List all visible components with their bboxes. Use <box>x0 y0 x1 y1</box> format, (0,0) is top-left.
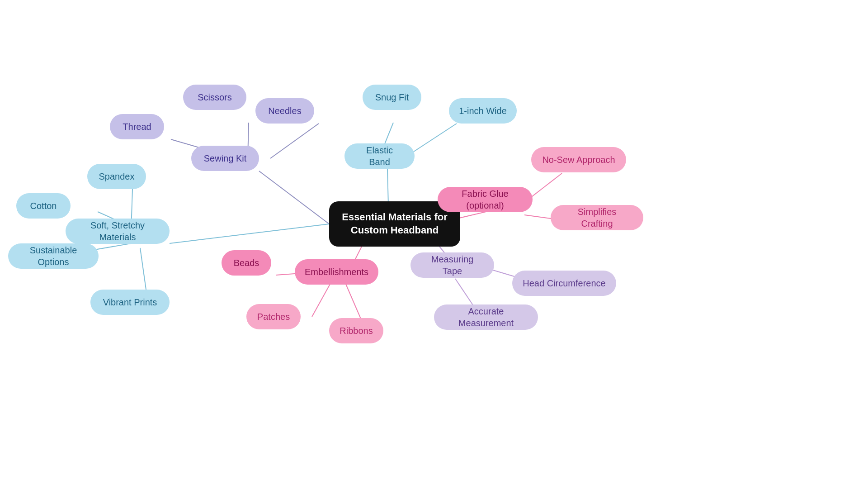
svg-line-8 <box>270 124 319 158</box>
svg-line-0 <box>259 171 329 224</box>
vibrant-node: Vibrant Prints <box>90 290 170 315</box>
svg-line-1 <box>170 224 329 243</box>
elastic-band-node: Elastic Band <box>344 143 415 169</box>
snug-fit-node: Snug Fit <box>363 85 421 110</box>
fabric-glue-node: Fabric Glue (optional) <box>438 187 533 212</box>
sustainable-node: Sustainable Options <box>8 243 99 269</box>
sewing-kit-node: Sewing Kit <box>191 146 259 171</box>
patches-node: Patches <box>246 304 301 329</box>
cotton-node: Cotton <box>16 193 71 219</box>
svg-line-20 <box>312 284 330 317</box>
soft-stretchy-node: Soft, Stretchy Materials <box>66 219 170 244</box>
thread-node: Thread <box>110 114 164 139</box>
no-sew-node: No-Sew Approach <box>531 147 626 172</box>
needles-node: Needles <box>255 98 314 124</box>
head-circ-node: Head Circumference <box>512 271 616 296</box>
spandex-node: Spandex <box>87 164 146 189</box>
embellishments-node: Embellishments <box>295 259 378 285</box>
beads-node: Beads <box>222 250 271 276</box>
svg-line-14 <box>407 124 457 156</box>
accurate-node: Accurate Measurement <box>434 304 538 330</box>
svg-line-18 <box>455 279 475 308</box>
one-inch-node: 1-inch Wide <box>449 98 517 124</box>
measuring-tape-node: Measuring Tape <box>410 252 494 278</box>
ribbons-node: Ribbons <box>329 318 383 343</box>
scissors-node: Scissors <box>183 85 246 110</box>
simplifies-node: Simplifies Crafting <box>551 205 643 230</box>
